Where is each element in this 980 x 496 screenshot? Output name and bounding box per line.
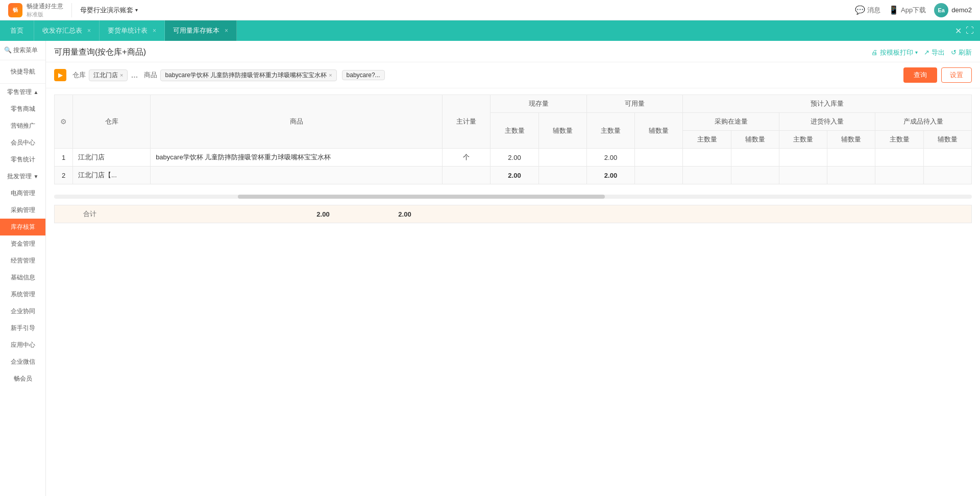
sidebar-item-marketing[interactable]: 营销推广 xyxy=(0,117,45,134)
sidebar-search-label: 搜索菜单 xyxy=(13,46,38,54)
tab-order-stats-close[interactable]: × xyxy=(153,27,156,34)
tab-receive-summary[interactable]: 收发存汇总表 × xyxy=(34,20,100,41)
scroll-thumb[interactable] xyxy=(238,195,605,199)
refresh-btn[interactable]: ↺ 刷新 xyxy=(951,48,972,57)
row-2-available-aux xyxy=(635,167,683,184)
product-tag-1[interactable]: babycare学饮杯 儿童防摔防撞吸管杯重力球吸嘴杯宝宝水杯 × xyxy=(160,69,336,81)
product-filter: 商品 babycare学饮杯 儿童防摔防撞吸管杯重力球吸嘴杯宝宝水杯 × bab… xyxy=(144,69,384,81)
col-incoming: 进货待入量 xyxy=(779,113,875,131)
tab-order-stats-label: 要货单统计表 xyxy=(108,26,148,35)
row-2-pt-aux xyxy=(731,167,779,184)
table-row: 2 江北门店【... 2.00 2.00 xyxy=(55,167,972,184)
column-settings-icon[interactable]: ⚙ xyxy=(60,117,67,126)
app-center-label: 应用中心 xyxy=(11,341,35,348)
export-icon: ↗ xyxy=(924,49,929,56)
col-prod-aux: 辅数量 xyxy=(923,131,971,149)
horizontal-scrollbar[interactable] xyxy=(54,195,972,199)
industry-selector[interactable]: 母婴行业演示账套 ▾ xyxy=(80,6,138,15)
warehouse-tag-value: 江北门店 xyxy=(93,71,118,80)
tab-available-stock-close[interactable]: × xyxy=(225,27,228,34)
maximize-icon[interactable]: ⛶ xyxy=(966,26,974,35)
row-2-stock-aux xyxy=(538,167,586,184)
corp-collab-label: 企业协同 xyxy=(11,308,35,315)
message-icon: 💬 xyxy=(855,5,865,15)
sidebar-item-new-guide[interactable]: 新手引导 xyxy=(0,320,45,337)
row-1-pt-main xyxy=(683,149,731,167)
expand-filter-btn[interactable]: ▶ xyxy=(54,69,66,81)
refresh-label: 刷新 xyxy=(959,48,972,57)
row-1-product: babycare学饮杯 儿童防摔防撞吸管杯重力球吸嘴杯宝宝水杯 xyxy=(151,149,443,167)
table-row: 1 江北门店 babycare学饮杯 儿童防摔防撞吸管杯重力球吸嘴杯宝宝水杯 个… xyxy=(55,149,972,167)
product-tag-2[interactable]: babycare?... xyxy=(342,70,385,80)
tab-available-stock[interactable]: 可用量库存账本 × xyxy=(165,20,237,41)
message-action[interactable]: 💬 消息 xyxy=(855,5,880,15)
tab-home[interactable]: 首页 xyxy=(0,20,34,41)
col-available-aux: 辅数量 xyxy=(635,113,683,149)
sidebar-item-ecom-mgmt[interactable]: 电商管理 xyxy=(0,185,45,202)
table-footer-wrapper: 合计 2.00 2.00 xyxy=(46,205,980,229)
page-title: 可用量查询(按仓库+商品) xyxy=(54,47,146,58)
brand-subtitle: 标准版 xyxy=(27,11,63,18)
close-all-tabs-icon[interactable]: ✕ xyxy=(955,26,962,36)
avatar: Ea xyxy=(934,3,948,17)
page-header: 可用量查询(按仓库+商品) 🖨 按模板打印 ▾ ↗ 导出 ↺ 刷新 xyxy=(46,41,980,62)
main-layout: 🔍 搜索菜单 快捷导航 零售管理 ▲ 零售商城 营销推广 会员中心 零售统计 批… xyxy=(0,41,980,496)
col-forecast-header: 预计入库量 xyxy=(683,95,972,113)
sidebar-item-finance-mgmt[interactable]: 资金管理 xyxy=(0,235,45,252)
row-2-pt-main xyxy=(683,167,731,184)
page-content: 可用量查询(按仓库+商品) 🖨 按模板打印 ▾ ↗ 导出 ↺ 刷新 xyxy=(46,41,980,496)
vip-member-label: 畅会员 xyxy=(14,375,32,382)
download-label: App下载 xyxy=(901,6,926,15)
col-pt-main: 主数量 xyxy=(683,131,731,149)
sidebar-item-inventory-check[interactable]: 库存核算 xyxy=(0,219,45,235)
basic-info-label: 基础信息 xyxy=(11,274,35,281)
sidebar-item-retail-mall[interactable]: 零售商城 xyxy=(0,101,45,117)
user-area[interactable]: Ea demo2 xyxy=(934,3,972,17)
row-2-unit xyxy=(443,167,491,184)
sidebar-item-basic-info[interactable]: 基础信息 xyxy=(0,269,45,286)
col-in-aux: 辅数量 xyxy=(827,131,875,149)
row-2-stock-main: 2.00 xyxy=(491,167,538,184)
filter-actions: 查询 设置 xyxy=(903,67,972,83)
purchase-mgmt-label: 采购管理 xyxy=(11,206,35,214)
chevron-down-print: ▾ xyxy=(915,50,918,55)
row-1-available-aux xyxy=(635,149,683,167)
sidebar-item-member-center[interactable]: 会员中心 xyxy=(0,134,45,151)
brand-name: 畅捷通好生意 xyxy=(27,2,63,11)
sidebar-item-app-center[interactable]: 应用中心 xyxy=(0,337,45,353)
sidebar-item-corp-collab[interactable]: 企业协同 xyxy=(0,303,45,320)
row-1-in-main xyxy=(779,149,827,167)
warehouse-tag-close[interactable]: × xyxy=(120,72,123,78)
tab-receive-summary-close[interactable]: × xyxy=(87,27,91,34)
sidebar-item-ops-mgmt[interactable]: 经营管理 xyxy=(0,252,45,269)
product-tag-1-close[interactable]: × xyxy=(329,72,332,78)
sidebar-item-vip-member[interactable]: 畅会员 xyxy=(0,370,45,387)
tab-home-label: 首页 xyxy=(10,26,23,35)
sidebar-item-quick-nav[interactable]: 快捷导航 xyxy=(0,63,45,80)
sidebar-item-corp-wechat[interactable]: 企业微信 xyxy=(0,353,45,370)
chevron-down-icon: ▾ xyxy=(135,7,138,13)
sidebar-item-purchase-mgmt[interactable]: 采购管理 xyxy=(0,202,45,219)
print-template-btn[interactable]: 🖨 按模板打印 ▾ xyxy=(871,48,918,57)
warehouse-tag[interactable]: 江北门店 × xyxy=(89,69,128,81)
top-header: 畅 畅捷通好生意 标准版 母婴行业演示账套 ▾ 💬 消息 📱 App下载 Ea … xyxy=(0,0,980,20)
sidebar-item-wholesale-mgmt[interactable]: 批发管理 ▼ xyxy=(0,168,45,185)
sidebar-item-retail-stats[interactable]: 零售统计 xyxy=(0,151,45,168)
warehouse-filter-label: 仓库 xyxy=(72,70,86,80)
warehouse-more-btn[interactable]: … xyxy=(131,71,138,79)
row-2-available-main: 2.00 xyxy=(586,167,634,184)
sidebar-item-retail-mgmt[interactable]: 零售管理 ▲ xyxy=(0,84,45,101)
col-stock-header: 现存量 xyxy=(491,95,587,113)
col-in-main: 主数量 xyxy=(779,131,827,149)
row-1-prod-main xyxy=(875,149,923,167)
download-action[interactable]: 📱 App下载 xyxy=(889,5,926,15)
tab-order-stats[interactable]: 要货单统计表 × xyxy=(100,20,165,41)
col-settings-header: ⚙ xyxy=(55,95,73,149)
tab-receive-summary-label: 收发存汇总表 xyxy=(42,26,82,35)
tab-available-stock-label: 可用量库存账本 xyxy=(173,26,219,35)
sidebar-search[interactable]: 🔍 搜索菜单 xyxy=(0,41,45,60)
setting-btn[interactable]: 设置 xyxy=(941,67,972,83)
query-btn[interactable]: 查询 xyxy=(903,67,937,83)
sidebar-item-system-mgmt[interactable]: 系统管理 xyxy=(0,286,45,303)
export-btn[interactable]: ↗ 导出 xyxy=(924,48,945,57)
